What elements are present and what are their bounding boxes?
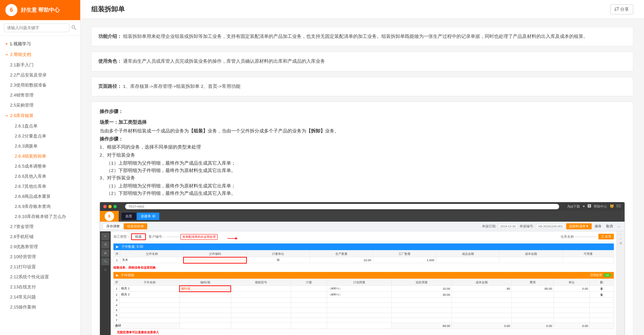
scenario1-desc: 当由多个子件材料组装成一个成品的业务为【组装】业务，当由一个父件拆分成多个子产品… — [100, 128, 625, 134]
nav-tree: + 1.视频学习 − 2.帮助文档 2.1新手入门 2.2产品安装及登录 2.3… — [0, 36, 80, 335]
search-box — [0, 20, 80, 36]
content-area: 功能介绍： 组装拆卸单用来处理企业组装或拆卸等加工业务，支持有固定装配清单的产品… — [80, 19, 644, 335]
logo-icon: 6 — [5, 4, 17, 16]
main-area: 组装拆卸单 分享 功能介绍： 组装拆卸单用来处理企业组装或拆卸等加工业务，支持有… — [80, 0, 644, 335]
nav-sub-2-6-9[interactable]: 2.6.9库存账本查询 — [0, 202, 80, 212]
intro-text: 组装拆卸单用来处理企业组装或拆卸等加工业务，支持有固定装配清单的产品加工业务，也… — [123, 34, 588, 39]
op-steps-title: 操作步骤： — [100, 109, 625, 115]
nav-sub-2-6-6[interactable]: 2.6.6其他入库单 — [0, 171, 80, 181]
nav-sub-2-7[interactable]: 2.7资金管理 — [0, 222, 80, 232]
step3-sub1: （1）上部明细为父件明细，最终作为原材料生成其它出库单； — [100, 183, 625, 189]
share-icon — [614, 7, 619, 12]
nav-section-2: − 2.帮助文档 2.1新手入门 2.2产品安装及登录 2.3使用前数据准备 2… — [0, 49, 80, 312]
nav-sub-2-6-10[interactable]: 2.6.10库存账本错了怎么办 — [0, 212, 80, 222]
step1: 1、根据不同的业务，选择不同单据的类型来处理 — [100, 144, 625, 150]
path-label: 页面路径： — [98, 84, 122, 89]
intro-label: 功能介绍： — [98, 34, 122, 39]
path-card: 页面路径： 1、库存核算->库存管理->组装拆卸单 2、首页->常用功能 — [91, 77, 633, 96]
nav-sub-2-6-3[interactable]: 2.6.3调拨单 — [0, 141, 80, 151]
nav-sub-2-4[interactable]: 2.4销售管理 — [0, 90, 80, 100]
role-text: 通常由生产人员或库管人员完成拆装业务的操作，库管人员确认原材料的出库和产成品的入… — [123, 59, 325, 64]
main-content-block: 操作步骤： 场景一：加工类型选择 当由多个子件材料组装成一个成品的业务为【组装】… — [91, 102, 633, 335]
nav-sub-2-9[interactable]: 2.9优惠券管理 — [0, 242, 80, 252]
sidebar-item-label: 2.帮助文档 — [10, 52, 31, 58]
nav-sub-2-6-8[interactable]: 2.6.8商品成本重算 — [0, 191, 80, 202]
minus-icon-2: − — [5, 113, 8, 118]
sidebar-item-docs[interactable]: − 2.帮助文档 — [0, 49, 80, 60]
search-input[interactable] — [4, 23, 69, 32]
svg-marker-3 — [235, 237, 237, 240]
minus-icon: − — [5, 52, 8, 57]
nav-sub-2-6-2[interactable]: 2.6.2分量盘点单 — [0, 131, 80, 141]
plus-icon: + — [5, 42, 8, 46]
nav-sub-2-3[interactable]: 2.3使用前数据准备 — [0, 80, 80, 90]
screenshot-mockup: TEST-H002 App下载●🅱帮助中心🐱CC 6 自页 新建单 × — [100, 202, 625, 335]
main-header: 组装拆卸单 分享 — [80, 0, 644, 19]
role-label: 使用角色： — [98, 59, 122, 64]
sidebar-item-label: 2.6库存核算 — [10, 113, 34, 119]
sidebar-item-inventory[interactable]: − 2.6库存核算 — [0, 110, 80, 121]
nav-sub-2-13[interactable]: 2.13在线支付 — [0, 282, 80, 292]
nav-sub-2-15[interactable]: 2.15操作案例 — [0, 302, 80, 312]
sidebar-header: 6 好生意 帮助中心 — [0, 0, 80, 20]
steps-subtitle: 操作步骤： — [100, 136, 625, 142]
step3: 3、对于拆装业务 — [100, 175, 625, 181]
svg-line-1 — [74, 28, 76, 30]
step2-sub1: （1）上部明细为父件明细，最终作为产成品生成其它入库单； — [100, 160, 625, 166]
nav-sub-2-6-7[interactable]: 2.6.7其他出库单 — [0, 181, 80, 191]
share-button[interactable]: 分享 — [610, 4, 633, 14]
nav-sub-2-10[interactable]: 2.10经营管理 — [0, 252, 80, 262]
search-icon[interactable] — [71, 25, 76, 31]
sidebar: 6 好生意 帮助中心 + 1.视频学习 − 2.帮助文档 2.1新手入门 2.2… — [0, 0, 80, 335]
nav-sub-2-6-1[interactable]: 2.6.1盘点单 — [0, 121, 80, 131]
nav-sub-2-6-4[interactable]: 2.6.4组装拆卸单 — [0, 151, 80, 161]
nav-sub-2-2[interactable]: 2.2产品安装及登录 — [0, 70, 80, 80]
path-text: 1、库存核算->库存管理->组装拆卸单 2、首页->常用功能 — [123, 84, 240, 89]
nav-section-1: + 1.视频学习 — [0, 39, 80, 49]
step3-sub2: （2）下部明细为子件明细，最终作为产成品生成其它入库单。 — [100, 190, 625, 197]
scenario1-title: 场景一：加工类型选择 — [100, 119, 625, 125]
app-title: 好生意 帮助中心 — [21, 7, 60, 14]
step2: 2、对于组装业务 — [100, 152, 625, 158]
nav-sub-2-12[interactable]: 2.12系统个性化设置 — [0, 272, 80, 282]
page-title: 组装拆卸单 — [91, 5, 125, 14]
nav-sub-2-6-5[interactable]: 2.6.5成本调整单 — [0, 161, 80, 171]
nav-sub-2-1[interactable]: 2.1新手入门 — [0, 60, 80, 70]
intro-card: 功能介绍： 组装拆卸单用来处理企业组装或拆卸等加工业务，支持有固定装配清单的产品… — [91, 27, 633, 46]
share-label: 分享 — [620, 6, 629, 12]
sidebar-item-label: 1.视频学习 — [10, 41, 31, 47]
sidebar-item-video[interactable]: + 1.视频学习 — [0, 39, 80, 49]
nav-sub-2-5[interactable]: 2.5采购管理 — [0, 100, 80, 110]
nav-sub-2-14[interactable]: 2.14常见问题 — [0, 292, 80, 302]
nav-sub-2-11[interactable]: 2.11打印设置 — [0, 262, 80, 272]
nav-sub-2-8[interactable]: 2.8手机旺铺 — [0, 232, 80, 242]
step2-sub2: （2）下部明细为子件明细，最终作为原材料生成其它出库单。 — [100, 168, 625, 174]
role-card: 使用角色： 通常由生产人员或库管人员完成拆装业务的操作，库管人员确认原材料的出库… — [91, 52, 633, 71]
